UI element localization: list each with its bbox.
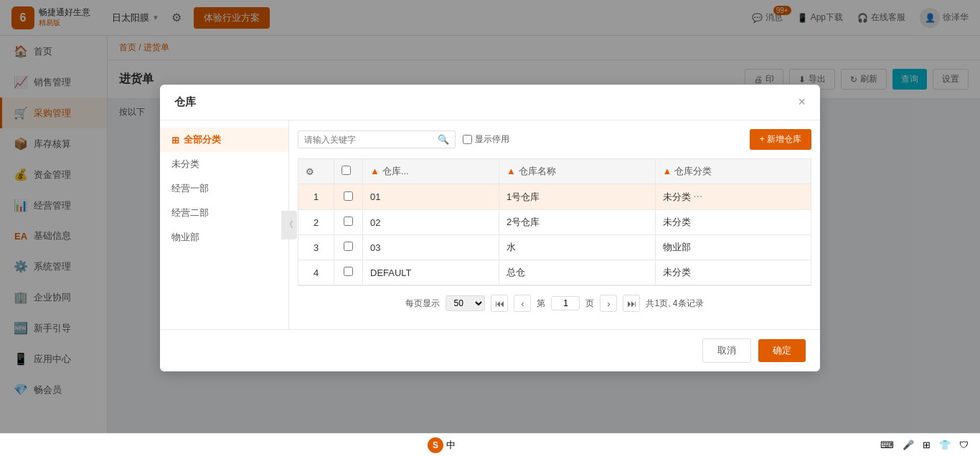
cell-index-2: 2	[298, 210, 334, 235]
sysbar-shirt-icon: 👕	[939, 440, 951, 450]
per-page-select[interactable]: 50 100	[446, 295, 485, 311]
col-header-settings: ⚙	[298, 159, 334, 184]
sysbar-logo: S 中	[428, 437, 456, 453]
show-disabled-checkbox-label[interactable]: 显示停用	[463, 133, 509, 146]
cell-code-3: 03	[363, 235, 499, 260]
category-panel: ⊞ 全部分类 未分类 经营一部 经营二部 物业部 《	[160, 120, 289, 329]
category-all-label: 全部分类	[184, 133, 221, 146]
row-checkbox-1[interactable]	[344, 191, 353, 201]
sysbar-keyboard-icon: ⌨	[880, 440, 894, 450]
cell-check-3[interactable]	[334, 235, 363, 260]
col-header-category: ▲仓库分类	[655, 159, 811, 184]
row-checkbox-4[interactable]	[344, 267, 353, 276]
warehouse-table: ⚙ ▲仓库... ▲仓库名称 ▲仓库分类 1	[298, 158, 811, 285]
modal-overlay[interactable]: 仓库 × ⊞ 全部分类 未分类 经营一部 经营二部	[0, 0, 980, 456]
collapse-panel-button[interactable]: 《	[281, 211, 297, 239]
dialog-close-button[interactable]: ×	[798, 95, 806, 110]
cell-name-1: 1号仓库	[499, 184, 655, 210]
table-head: ⚙ ▲仓库... ▲仓库名称 ▲仓库分类	[298, 159, 811, 184]
category-label-unclassified: 未分类	[171, 158, 199, 169]
page-suffix-label: 页	[585, 298, 594, 310]
row-checkbox-2[interactable]	[344, 217, 353, 226]
search-box: 🔍	[298, 130, 456, 148]
cell-category-2: 未分类	[655, 210, 811, 235]
sysbar-shield-icon: 🛡	[959, 440, 969, 450]
cell-category-1: 未分类 ···	[655, 184, 811, 210]
table-row[interactable]: 4 DEFAULT 总仓 未分类	[298, 260, 811, 285]
sysbar-grid-icon: ⊞	[923, 440, 930, 450]
cell-index-3: 3	[298, 235, 334, 260]
show-disabled-label: 显示停用	[475, 133, 509, 146]
cell-index-4: 4	[298, 260, 334, 285]
cell-code-2: 02	[363, 210, 499, 235]
category-item-property[interactable]: 物业部	[160, 225, 288, 250]
sysbar-label: 中	[446, 439, 456, 452]
s-logo-icon: S	[428, 437, 443, 453]
dialog-header: 仓库 ×	[160, 85, 820, 120]
cell-check-4[interactable]	[334, 260, 363, 285]
row-checkbox-3[interactable]	[344, 242, 353, 251]
category-label-property: 物业部	[171, 232, 199, 242]
category-item-dept1[interactable]: 经营一部	[160, 176, 288, 201]
dialog-title: 仓库	[174, 95, 196, 109]
prev-page-button[interactable]: ‹	[514, 295, 531, 312]
search-icon[interactable]: 🔍	[438, 134, 449, 145]
cell-name-4: 总仓	[499, 260, 655, 285]
warehouse-dialog: 仓库 × ⊞ 全部分类 未分类 经营一部 经营二部	[160, 85, 820, 371]
category-label-dept2: 经营二部	[171, 207, 209, 218]
dialog-body: ⊞ 全部分类 未分类 经营一部 经营二部 物业部 《	[160, 120, 820, 329]
col-header-name: ▲仓库名称	[499, 159, 655, 184]
table-toolbar: 🔍 显示停用 + 新增仓库	[298, 129, 811, 150]
new-warehouse-button[interactable]: + 新增仓库	[750, 129, 811, 150]
col-header-code: ▲仓库...	[363, 159, 499, 184]
select-all-checkbox[interactable]	[341, 166, 351, 175]
table-panel: 🔍 显示停用 + 新增仓库 ⚙	[289, 120, 820, 329]
cell-name-3: 水	[499, 235, 655, 260]
page-input[interactable]	[551, 296, 580, 310]
category-item-unclassified[interactable]: 未分类	[160, 152, 288, 176]
sysbar-mic-icon: 🎤	[903, 440, 914, 450]
cell-code-1: 01	[363, 184, 499, 210]
table-header-row: ⚙ ▲仓库... ▲仓库名称 ▲仓库分类	[298, 159, 811, 184]
cell-check-2[interactable]	[334, 210, 363, 235]
cell-name-2: 2号仓库	[499, 210, 655, 235]
table-container: ⚙ ▲仓库... ▲仓库名称 ▲仓库分类 1	[298, 158, 811, 285]
page-prefix-label: 第	[537, 298, 545, 310]
pagination: 每页显示 50 100 ⏮ ‹ 第 页 › ⏭ 共1页, 4条记录	[298, 285, 811, 320]
cell-code-4: DEFAULT	[363, 260, 499, 285]
cell-check-1[interactable]	[334, 184, 363, 210]
col-header-check	[334, 159, 363, 184]
system-bar: S 中 ⌨ 🎤 ⊞ 👕 🛡	[0, 433, 980, 456]
table-row[interactable]: 2 02 2号仓库 未分类	[298, 210, 811, 235]
category-all[interactable]: ⊞ 全部分类	[160, 128, 288, 152]
cell-category-4: 未分类	[655, 260, 811, 285]
next-page-button[interactable]: ›	[600, 295, 617, 312]
search-input[interactable]	[304, 135, 438, 145]
table-body: 1 01 1号仓库 未分类 ··· 2 02 2号	[298, 184, 811, 285]
cell-category-3: 物业部	[655, 235, 811, 260]
grid-icon: ⊞	[171, 135, 179, 146]
row-more-btn-1[interactable]: ···	[693, 190, 702, 202]
cancel-button[interactable]: 取消	[702, 338, 751, 363]
show-disabled-checkbox[interactable]	[463, 135, 472, 144]
table-row[interactable]: 3 03 水 物业部	[298, 235, 811, 260]
last-page-button[interactable]: ⏭	[623, 295, 640, 312]
table-row[interactable]: 1 01 1号仓库 未分类 ···	[298, 184, 811, 210]
confirm-button[interactable]: 确定	[758, 339, 806, 362]
category-item-dept2[interactable]: 经营二部	[160, 201, 288, 225]
category-label-dept1: 经营一部	[171, 183, 209, 194]
dialog-footer: 取消 确定	[160, 329, 820, 371]
per-page-label: 每页显示	[405, 298, 440, 310]
total-info: 共1页, 4条记录	[646, 298, 703, 310]
cell-index-1: 1	[298, 184, 334, 210]
first-page-button[interactable]: ⏮	[491, 295, 508, 312]
